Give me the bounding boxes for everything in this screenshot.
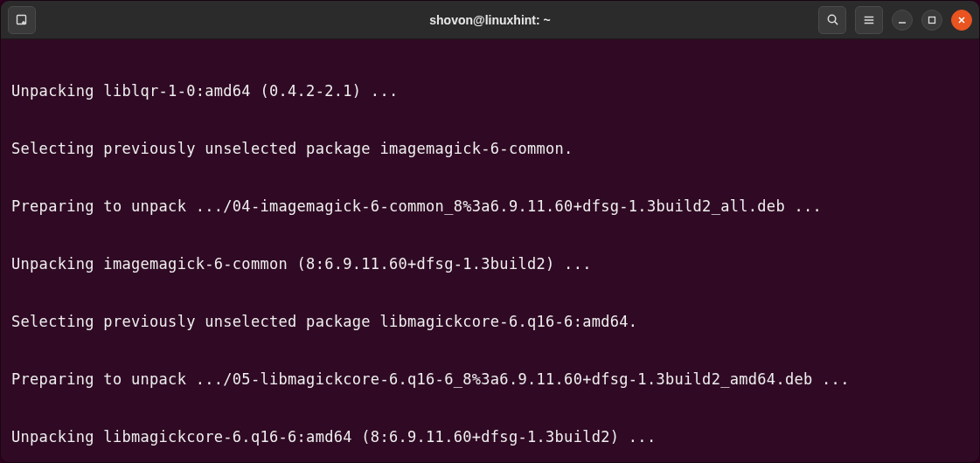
titlebar-right xyxy=(818,6,972,34)
maximize-icon xyxy=(928,16,936,24)
terminal-line: Unpacking libmagickcore-6.q16-6:amd64 (8… xyxy=(11,427,969,446)
minimize-icon xyxy=(898,16,907,24)
minimize-button[interactable] xyxy=(892,10,913,31)
titlebar-left xyxy=(8,6,36,34)
maximize-button[interactable] xyxy=(921,10,942,31)
svg-point-3 xyxy=(828,15,835,22)
window-title: shovon@linuxhint: ~ xyxy=(429,13,550,27)
new-tab-icon xyxy=(15,13,29,27)
close-icon xyxy=(957,16,966,24)
titlebar: shovon@linuxhint: ~ xyxy=(1,1,979,39)
close-button[interactable] xyxy=(951,10,972,31)
svg-line-4 xyxy=(834,22,837,24)
terminal-line: Preparing to unpack .../04-imagemagick-6… xyxy=(11,197,969,216)
terminal-line: Unpacking imagemagick-6-common (8:6.9.11… xyxy=(11,254,969,273)
terminal-line: Unpacking liblqr-1-0:amd64 (0.4.2-2.1) .… xyxy=(11,81,969,100)
terminal-line: Preparing to unpack .../05-libmagickcore… xyxy=(11,370,969,389)
menu-button[interactable] xyxy=(855,6,883,34)
new-tab-button[interactable] xyxy=(8,6,36,34)
terminal-line: Selecting previously unselected package … xyxy=(11,312,969,331)
search-icon xyxy=(826,13,839,26)
terminal-line: Selecting previously unselected package … xyxy=(11,139,969,158)
svg-rect-9 xyxy=(929,17,935,23)
search-button[interactable] xyxy=(818,6,846,34)
terminal[interactable]: Unpacking liblqr-1-0:amd64 (0.4.2-2.1) .… xyxy=(1,39,979,462)
terminal-window: shovon@linuxhint: ~ xyxy=(0,0,980,463)
terminal-output: Unpacking liblqr-1-0:amd64 (0.4.2-2.1) .… xyxy=(11,43,969,462)
hamburger-icon xyxy=(863,14,875,26)
